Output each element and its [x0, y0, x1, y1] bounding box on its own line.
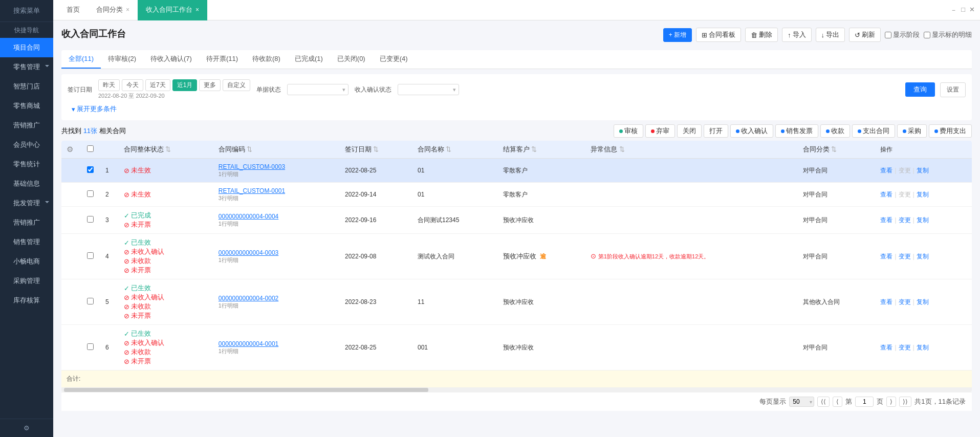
- row1-change-btn[interactable]: 变更: [899, 166, 911, 175]
- abandon-btn[interactable]: 弃审: [645, 124, 675, 138]
- status-tab-pending-review[interactable]: 待审核(2): [101, 50, 143, 69]
- row6-copy-btn[interactable]: 复制: [917, 343, 929, 352]
- tab-home[interactable]: 首页: [58, 0, 88, 20]
- row2-check[interactable]: [87, 190, 94, 197]
- window-close[interactable]: ✕: [969, 6, 975, 15]
- date-btn-last1m[interactable]: 近1月: [172, 79, 198, 91]
- show-details-checkbox[interactable]: [924, 32, 930, 38]
- row6-change-btn[interactable]: 变更: [899, 343, 911, 352]
- row5-check[interactable]: [87, 298, 94, 304]
- sidebar-item-xiaochang[interactable]: 小畅电商: [0, 252, 53, 271]
- expense-out-btn[interactable]: 费用支出: [929, 124, 972, 138]
- sidebar-item-smart-store[interactable]: 智慧门店: [0, 77, 53, 96]
- row2-code-link[interactable]: RETAIL_CUSTOM-0001: [219, 187, 285, 194]
- show-stages-checkbox-wrap[interactable]: 显示阶段: [885, 30, 920, 39]
- income-confirm-btn[interactable]: 收入确认: [730, 124, 773, 138]
- sidebar-item-retail-stats[interactable]: 零售统计: [0, 155, 53, 174]
- sidebar-item-basic-info[interactable]: 基础信息: [0, 174, 53, 193]
- purchase-btn[interactable]: 采购: [897, 124, 927, 138]
- row3-copy-btn[interactable]: 复制: [917, 216, 929, 225]
- last-page-btn[interactable]: ⟩⟩: [899, 397, 911, 407]
- column-settings-icon[interactable]: ⚙: [67, 145, 73, 154]
- row2-copy-btn[interactable]: 复制: [917, 190, 929, 199]
- doc-status-select[interactable]: [287, 84, 349, 95]
- show-stages-checkbox[interactable]: [885, 32, 891, 38]
- row1-copy-btn[interactable]: 复制: [917, 166, 929, 175]
- date-btn-custom[interactable]: 自定义: [223, 79, 250, 91]
- sales-invoice-btn[interactable]: 销售发票: [775, 124, 818, 138]
- open-btn[interactable]: 打开: [704, 124, 728, 138]
- import-button[interactable]: ↑ 导入: [782, 28, 812, 42]
- sidebar-item-member[interactable]: 会员中心: [0, 135, 53, 155]
- row4-change-btn[interactable]: 变更: [899, 252, 911, 261]
- refresh-button[interactable]: ↺ 刷新: [849, 28, 881, 42]
- kanban-button[interactable]: ⊞ 合同看板: [696, 28, 741, 42]
- row3-code-link[interactable]: 0000000000004-0004: [219, 213, 278, 220]
- page-input[interactable]: [855, 397, 874, 407]
- show-details-checkbox-wrap[interactable]: 显示标的明细: [924, 30, 972, 39]
- expand-filter-button[interactable]: ▾ 展开更多条件: [68, 103, 966, 115]
- sidebar-settings[interactable]: ⚙: [0, 419, 53, 437]
- status-tab-closed[interactable]: 已关闭(0): [330, 50, 373, 69]
- select-all-checkbox[interactable]: [87, 145, 94, 152]
- sidebar-item-marketing2[interactable]: 营销推广: [0, 213, 53, 232]
- row4-copy-btn[interactable]: 复制: [917, 252, 929, 261]
- row3-view-btn[interactable]: 查看: [880, 216, 892, 225]
- col-sign-date[interactable]: 签订日期 ⇅: [340, 141, 412, 159]
- window-minimize[interactable]: －: [950, 6, 957, 15]
- col-contract-category[interactable]: 合同分类 ⇅: [798, 141, 875, 159]
- row5-change-btn[interactable]: 变更: [899, 298, 911, 307]
- next-page-btn[interactable]: ⟩: [886, 397, 896, 407]
- tab-income-workbench[interactable]: 收入合同工作台 ×: [138, 0, 207, 20]
- prev-page-btn[interactable]: ⟨: [833, 397, 842, 407]
- status-tab-pending-confirm[interactable]: 待收入确认(7): [143, 50, 199, 69]
- col-abnormal-info[interactable]: 异常信息 ⇅: [585, 141, 797, 159]
- row5-view-btn[interactable]: 查看: [880, 298, 892, 307]
- sidebar-search[interactable]: 搜索菜单: [0, 0, 53, 22]
- sidebar-item-marketing[interactable]: 营销推广: [0, 116, 53, 135]
- date-btn-more[interactable]: 更多: [199, 79, 221, 91]
- row3-change-btn[interactable]: 变更: [899, 216, 911, 225]
- col-settings[interactable]: ⚙: [61, 141, 82, 159]
- row5-code-link[interactable]: 0000000000004-0002: [219, 295, 278, 302]
- row6-code-link[interactable]: 0000000000004-0001: [219, 340, 278, 347]
- row1-check[interactable]: [87, 166, 94, 173]
- row1-code-link[interactable]: RETAIL_CUSTOM-0003: [219, 163, 285, 170]
- row2-change-btn[interactable]: 变更: [899, 190, 911, 199]
- row2-view-btn[interactable]: 查看: [880, 190, 892, 199]
- sidebar-item-wholesale[interactable]: 批发管理: [0, 193, 53, 213]
- col-overall-status[interactable]: 合同整体状态 ⇅: [119, 141, 213, 159]
- tab-contract-cat[interactable]: 合同分类 ×: [88, 0, 138, 20]
- row6-view-btn[interactable]: 查看: [880, 343, 892, 352]
- sidebar-item-retail-commerce[interactable]: 零售商城: [0, 96, 53, 116]
- date-btn-today[interactable]: 今天: [122, 79, 143, 91]
- row3-check[interactable]: [87, 216, 94, 223]
- review-btn[interactable]: 审核: [614, 124, 643, 138]
- col-settlement-customer[interactable]: 结算客户 ⇅: [498, 141, 586, 159]
- tab-income-workbench-close[interactable]: ×: [195, 6, 199, 13]
- first-page-btn[interactable]: ⟨⟨: [817, 397, 830, 407]
- status-tab-changed[interactable]: 已变更(4): [373, 50, 415, 69]
- row1-view-btn[interactable]: 查看: [880, 166, 892, 175]
- new-button[interactable]: + 新增: [663, 28, 692, 42]
- col-contract-code[interactable]: 合同编码 ⇅: [213, 141, 340, 159]
- payment-btn[interactable]: 收款: [820, 124, 850, 138]
- sidebar-item-retail-mgmt[interactable]: 零售管理: [0, 57, 53, 77]
- per-page-select[interactable]: 10 20 50 100: [789, 397, 814, 407]
- query-button[interactable]: 查询: [905, 82, 935, 97]
- row4-code-link[interactable]: 0000000000004-0003: [219, 249, 278, 256]
- status-tab-pending-payment[interactable]: 待收款(8): [245, 50, 288, 69]
- settings-button[interactable]: 设置: [940, 82, 966, 97]
- sidebar-item-inventory[interactable]: 库存核算: [0, 291, 53, 310]
- sidebar-item-project[interactable]: 项目合同: [0, 38, 53, 57]
- date-btn-yesterday[interactable]: 昨天: [98, 79, 120, 91]
- close-btn[interactable]: 关闭: [677, 124, 702, 138]
- sidebar-item-purchase[interactable]: 采购管理: [0, 271, 53, 291]
- date-btn-last7[interactable]: 近7天: [145, 79, 170, 91]
- pay-out-btn[interactable]: 支出合同: [852, 124, 895, 138]
- status-tab-all[interactable]: 全部(11): [61, 50, 101, 69]
- export-button[interactable]: ↓ 导出: [816, 28, 845, 42]
- sidebar-quick-nav[interactable]: 快捷导航: [0, 22, 53, 38]
- row4-view-btn[interactable]: 查看: [880, 252, 892, 261]
- delete-button[interactable]: 🗑 删除: [745, 28, 778, 42]
